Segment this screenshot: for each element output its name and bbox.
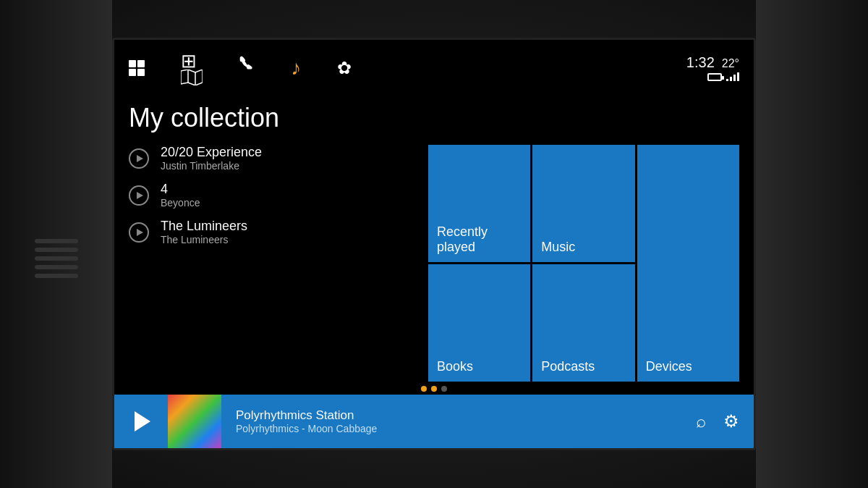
player-bar: Polyrhythmics Station Polyrhythmics - Mo… xyxy=(114,395,754,448)
tile-podcasts[interactable]: Podcasts xyxy=(532,264,634,382)
top-navigation: ⊞ ♪ ✿ 1:32 xyxy=(114,40,754,96)
tile-grid: Recently played Music Devices Books Podc… xyxy=(428,145,739,382)
play-button-1[interactable] xyxy=(129,148,149,169)
tile-devices[interactable]: Devices xyxy=(637,145,739,382)
track-artist: The Lumineers xyxy=(161,234,247,245)
signal-bar xyxy=(726,79,728,81)
now-playing-details: Polyrhythmics Station Polyrhythmics - Mo… xyxy=(221,408,696,434)
battery-icon xyxy=(707,73,722,81)
track-item[interactable]: The Lumineers The Lumineers xyxy=(129,219,414,245)
signal-bar xyxy=(730,77,732,81)
track-info: 4 Beyonce xyxy=(161,182,200,209)
left-vent xyxy=(35,239,78,278)
now-playing-track: Polyrhythmics - Moon Cabbage xyxy=(236,423,681,434)
track-name: 4 xyxy=(161,182,200,197)
pagination-dots xyxy=(129,382,739,395)
clock-time: 1:32 xyxy=(686,54,715,71)
track-item[interactable]: 4 Beyonce xyxy=(129,182,414,209)
play-triangle-icon xyxy=(137,192,143,199)
car-left-panel xyxy=(0,0,112,488)
status-icons xyxy=(707,72,739,81)
play-pause-button[interactable] xyxy=(114,395,168,448)
fan-icon[interactable]: ✿ xyxy=(337,58,352,78)
track-name: 20/20 Experience xyxy=(161,145,262,160)
win-pane xyxy=(137,69,145,76)
now-playing-station: Polyrhythmics Station xyxy=(236,408,681,423)
track-info: 20/20 Experience Justin Timberlake xyxy=(161,145,262,172)
page-title: My collection xyxy=(129,103,739,133)
vent-line xyxy=(35,239,78,243)
vent-line xyxy=(35,256,78,261)
svg-marker-0 xyxy=(181,70,203,85)
pagination-dot-3[interactable] xyxy=(441,386,447,392)
track-item[interactable]: 20/20 Experience Justin Timberlake xyxy=(129,145,414,172)
music-icon[interactable]: ♪ xyxy=(291,56,301,80)
track-artist: Justin Timberlake xyxy=(161,160,262,172)
infotainment-screen: ⊞ ♪ ✿ 1:32 xyxy=(112,38,756,450)
win-pane xyxy=(129,69,136,76)
signal-bar xyxy=(733,75,736,81)
pagination-dot-2[interactable] xyxy=(431,386,437,392)
phone-icon[interactable] xyxy=(239,55,255,80)
win-pane xyxy=(137,60,145,67)
temperature: 22° xyxy=(722,57,739,70)
win-pane xyxy=(129,60,136,67)
vent-line xyxy=(35,265,78,269)
vent-line xyxy=(35,248,78,252)
clock-display: 1:32 22° xyxy=(686,54,739,81)
pagination-dot-1[interactable] xyxy=(421,386,427,392)
map-icon[interactable]: ⊞ xyxy=(181,50,203,85)
player-actions: ⌕ ⚙ xyxy=(696,411,754,432)
main-content: My collection 20/20 Experience Justin Ti… xyxy=(114,96,754,395)
content-area: 20/20 Experience Justin Timberlake 4 Bey… xyxy=(129,145,739,382)
album-art xyxy=(168,395,221,448)
vent-line xyxy=(35,274,78,278)
play-triangle-icon xyxy=(137,229,143,236)
tile-recently-played[interactable]: Recently played xyxy=(428,145,530,262)
signal-icon xyxy=(726,72,739,81)
signal-bar xyxy=(737,72,739,81)
play-button-2[interactable] xyxy=(129,185,149,206)
car-frame: ⊞ ♪ ✿ 1:32 xyxy=(0,0,868,488)
play-button-3[interactable] xyxy=(129,222,149,243)
track-name: The Lumineers xyxy=(161,219,247,234)
tile-music[interactable]: Music xyxy=(532,145,634,262)
settings-button[interactable]: ⚙ xyxy=(723,411,739,432)
track-info: The Lumineers The Lumineers xyxy=(161,219,247,245)
windows-icon[interactable] xyxy=(129,60,145,76)
track-artist: Beyonce xyxy=(161,197,200,209)
search-button[interactable]: ⌕ xyxy=(696,411,706,432)
car-right-panel xyxy=(756,0,868,488)
play-icon xyxy=(135,411,150,432)
play-triangle-icon xyxy=(137,155,143,162)
tile-books[interactable]: Books xyxy=(428,264,530,382)
track-list: 20/20 Experience Justin Timberlake 4 Bey… xyxy=(129,145,428,382)
